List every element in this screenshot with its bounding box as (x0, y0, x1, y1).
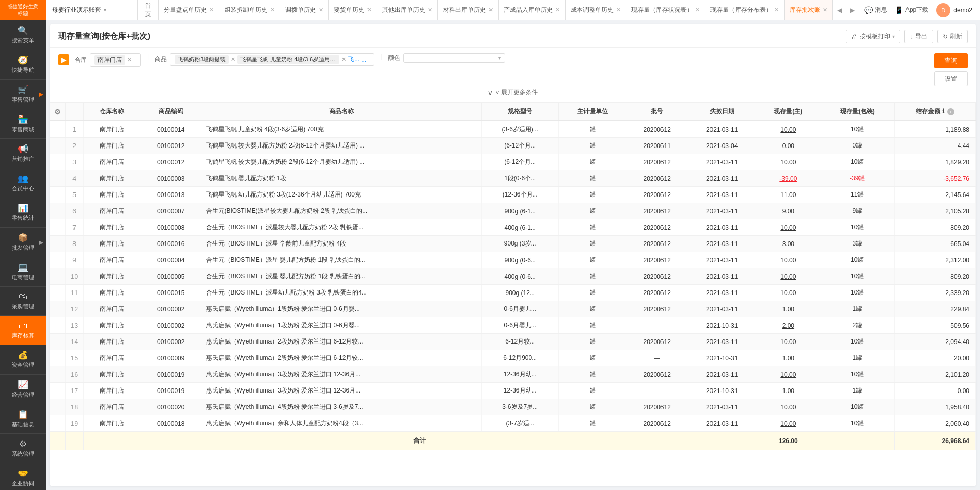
sidebar-item-ops[interactable]: 📈 经营管理 (0, 375, 46, 404)
row-stock-main-cell[interactable]: 10.00 (756, 252, 820, 268)
row-balance-cell: 229.84 (895, 301, 976, 317)
sidebar-item-finance[interactable]: 💰 资金管理 (0, 345, 46, 375)
row-stock-main-cell[interactable]: 3.00 (756, 236, 820, 252)
tab-qi-ta-chu[interactable]: 其他出库单历史 ✕ (377, 0, 438, 20)
product-tag-remove-1[interactable]: ✕ (231, 56, 235, 63)
sidebar-item-marketing[interactable]: 📢 营销推广 (0, 139, 46, 168)
product-more-dots[interactable]: ... (361, 56, 366, 63)
product-filter-label: 商品 (155, 55, 167, 64)
row-stock-main-cell[interactable]: 10.00 (756, 268, 820, 285)
row-name-cell: 惠氏启赋（Wyeth illuma）亲和人体儿童配方奶粉4段（3... (202, 415, 481, 432)
row-stock-main-cell[interactable]: 10.00 (756, 366, 820, 383)
row-stock-main-cell[interactable]: 10.00 (756, 219, 820, 236)
tab-close-icon[interactable]: ✕ (555, 7, 560, 13)
expire-column-header: 失效日期 (688, 103, 756, 121)
sidebar-item-purchase[interactable]: 🛍 采购管理 (0, 287, 46, 316)
template-print-button[interactable]: 🖨 按模板打印 ▾ (846, 30, 900, 43)
tab-yao-huo[interactable]: 要货单历史 ✕ (329, 0, 377, 20)
row-balance-cell: 809.20 (895, 219, 976, 236)
sidebar-item-nav[interactable]: 🧭 快捷导航 (0, 50, 46, 80)
tab-xian-cun-fen[interactable]: 现存量（库存分布表） ✕ (705, 0, 785, 20)
tab-cheng-ben[interactable]: 成本调整单历史 ✕ (566, 0, 626, 20)
tab-nav-next[interactable]: ▶ (846, 0, 856, 20)
row-stock-main-cell[interactable]: 10.00 (756, 121, 820, 138)
row-stock-main-cell[interactable]: 0.00 (756, 138, 820, 154)
tab-close-icon[interactable]: ✕ (428, 7, 432, 13)
product-filter-input[interactable]: 飞鹤奶粉3段两提装 ✕ 飞鹤星飞帆 儿童奶粉 4段(3-6岁适用) 700克 ✕… (170, 53, 374, 66)
sidebar-item-retail[interactable]: 🛒 零售管理 ▶ (0, 80, 46, 109)
settings-icon[interactable]: ⚙ (54, 108, 61, 116)
color-filter-input[interactable]: ▾ (403, 53, 505, 63)
sidebar-item-wholesale[interactable]: 📦 批发管理 ▶ (0, 228, 46, 257)
sidebar-item-member[interactable]: 👥 会员中心 (0, 168, 46, 198)
export-button[interactable]: ↓ 导出 (904, 30, 933, 43)
row-stock-main-cell[interactable]: 10.00 (756, 285, 820, 301)
messages-button[interactable]: 💬 消息 (864, 6, 887, 14)
tab-close-icon[interactable]: ✕ (209, 7, 214, 13)
row-index-cell: 2 (65, 138, 83, 154)
row-name-cell: 飞鹤星飞帆 儿童奶粉 4段(3-6岁适用) 700克 (202, 121, 481, 138)
sidebar-item-corp[interactable]: 🤝 企业协同 (0, 463, 46, 490)
sidebar-item-basic[interactable]: 📋 基础信息 (0, 404, 46, 434)
settings-column-header[interactable]: ⚙ (50, 103, 65, 121)
user-profile-button[interactable]: D demo2 (936, 3, 972, 17)
row-code-cell: 00100007 (140, 203, 202, 219)
tab-close-icon[interactable]: ✕ (616, 7, 621, 13)
setting-button[interactable]: 设置 (934, 71, 968, 86)
row-stock-main-cell[interactable]: 1.00 (756, 350, 820, 366)
tab-home[interactable]: 首页 (138, 0, 159, 20)
row-spec-cell: 0-6月婴儿... (481, 301, 558, 317)
tab-chan-cheng[interactable]: 产成品入库单历史 ✕ (499, 0, 566, 20)
query-button[interactable]: 查询 (934, 53, 968, 68)
row-stock-main-cell[interactable]: 10.00 (756, 334, 820, 350)
tab-close-icon[interactable]: ✕ (488, 7, 493, 13)
tab-nav-prev[interactable]: ◀ (833, 0, 846, 20)
row-stock-main-cell[interactable]: 9.00 (756, 203, 820, 219)
account-dropdown[interactable]: 母婴行业演示账套 ▾ (46, 0, 138, 20)
row-stock-main-cell[interactable]: 2.00 (756, 317, 820, 334)
row-stock-main-cell[interactable]: 1.00 (756, 301, 820, 317)
sidebar-item-inventory[interactable]: 🗃 库存核算 (0, 316, 46, 345)
tab-xian-cun-zhuang[interactable]: 现存量（库存状况表） ✕ (626, 0, 705, 20)
tab-close-icon[interactable]: ✕ (367, 7, 372, 13)
sidebar-item-sys[interactable]: ⚙ 系统管理 (0, 434, 46, 463)
tab-ku-cun-pi[interactable]: 库存批次账 ✕ (785, 0, 833, 20)
info-icon[interactable]: i (947, 108, 954, 115)
row-code-cell: 00100012 (140, 138, 202, 154)
tab-fen-pan[interactable]: 分量盘点单历史 ✕ (159, 0, 219, 20)
row-stock-pkg-cell: 2罐 (820, 317, 895, 334)
refresh-button[interactable]: ↻ 刷新 (937, 30, 968, 43)
product-tag-2: 飞鹤星飞帆 儿童奶粉 4段(3-6岁适用) 700克 (237, 55, 339, 64)
row-stock-pkg-cell: 3罐 (820, 236, 895, 252)
row-balance-cell: 1,958.40 (895, 399, 976, 415)
product-tag-remove-2[interactable]: ✕ (341, 56, 346, 63)
sidebar-item-stats[interactable]: 📊 零售统计 (0, 198, 46, 228)
tab-cai-liao[interactable]: 材料出库单历史 ✕ (438, 0, 499, 20)
tab-close-icon[interactable]: ✕ (318, 7, 323, 13)
tab-zu-chai[interactable]: 组装拆卸单历史 ✕ (219, 0, 280, 20)
row-stock-main-cell[interactable]: 10.00 (756, 154, 820, 170)
tab-close-icon[interactable]: ✕ (695, 7, 700, 13)
row-unit-cell: 罐 (559, 383, 626, 399)
tab-close-icon[interactable]: ✕ (774, 7, 779, 13)
sidebar-item-shop[interactable]: 🏪 零售商城 (0, 109, 46, 139)
app-download-button[interactable]: 📱 App下载 (895, 6, 928, 14)
row-code-cell: 00100004 (140, 252, 202, 268)
row-name-cell: 合生元（BIOSTIME）派星 婴儿配方奶粉 1段 乳铁蛋白的... (202, 268, 481, 285)
warehouse-filter-input[interactable]: 南岸门店 ✕ (90, 53, 141, 67)
tab-close-icon[interactable]: ✕ (270, 7, 275, 13)
row-stock-main-cell[interactable]: 10.00 (756, 399, 820, 415)
sidebar-item-ecom[interactable]: 💻 电商管理 (0, 257, 46, 287)
row-stock-main-cell[interactable]: 11.00 (756, 187, 820, 203)
row-stock-main-cell[interactable]: -39.00 (756, 170, 820, 187)
sidebar-item-search[interactable]: 🔍 搜索英单 (0, 20, 46, 50)
filter-expand-button[interactable]: ▶ (58, 54, 69, 65)
table-row: 3 南岸门店 00100012 飞鹤星飞帆 较大婴儿配方奶粉 2段(6-12个月… (50, 154, 976, 170)
tag-remove-icon[interactable]: ✕ (127, 57, 132, 63)
tab-diao-bo[interactable]: 调拨单历史 ✕ (280, 0, 329, 20)
expand-more-bar[interactable]: ∨ ∨ 展开更多条件 (58, 86, 968, 97)
tab-close-icon[interactable]: ✕ (823, 7, 827, 13)
row-stock-main-cell[interactable]: 10.00 (756, 415, 820, 432)
row-name-cell: 合生元(BIOSTIME)派星较大婴儿配方奶粉 2段 乳铁蛋白的... (202, 203, 481, 219)
row-stock-main-cell[interactable]: 1.00 (756, 383, 820, 399)
